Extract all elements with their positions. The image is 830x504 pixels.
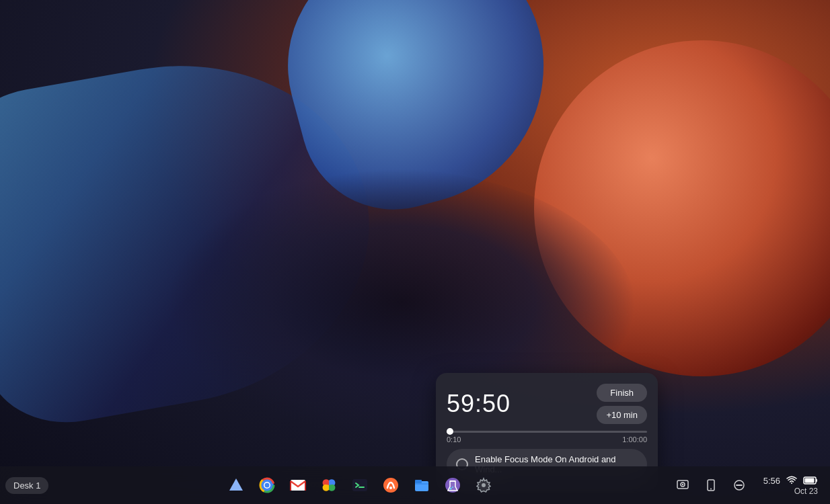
finish-button[interactable]: Finish	[597, 384, 647, 402]
timer-display: 59:50	[447, 390, 511, 418]
timer-action-buttons: Finish +10 min	[597, 384, 647, 424]
svg-rect-12	[415, 480, 422, 483]
app-icon-settings[interactable]	[469, 470, 498, 500]
svg-point-14	[449, 488, 451, 490]
svg-point-22	[710, 489, 712, 490]
app-icon-band[interactable]	[376, 470, 406, 500]
timer-progress-thumb	[447, 428, 453, 435]
app-icon-science[interactable]	[438, 470, 467, 500]
svg-point-15	[452, 487, 453, 488]
do-not-disturb-icon[interactable]	[727, 473, 751, 497]
wifi-icon	[786, 474, 798, 487]
svg-point-10	[389, 487, 392, 489]
svg-marker-0	[229, 478, 243, 491]
clock-time: 5:56	[763, 476, 780, 486]
app-icon-files[interactable]	[407, 470, 437, 500]
taskbar-apps	[48, 470, 670, 500]
timer-labels: 0:10 1:00:00	[447, 435, 647, 444]
app-icon-photos[interactable]	[314, 470, 344, 500]
taskbar-left: Desk 1	[5, 477, 48, 494]
wallpaper	[0, 0, 830, 504]
extra-tray-icons	[671, 473, 751, 497]
clock-date: Oct 23	[794, 487, 818, 496]
svg-rect-7	[291, 480, 305, 491]
timer-progress-track	[447, 431, 647, 433]
app-icon-terminal[interactable]	[345, 470, 375, 500]
svg-rect-16	[450, 480, 455, 482]
svg-rect-27	[805, 478, 815, 483]
app-icon-gmail[interactable]	[283, 470, 313, 500]
screen-capture-icon[interactable]	[671, 473, 695, 497]
taskbar: Desk 1	[0, 466, 830, 504]
datetime-area[interactable]: 5:56 Oct 23	[757, 472, 825, 499]
timer-progress-container[interactable]	[447, 431, 647, 433]
taskbar-right: 5:56 Oct 23	[671, 472, 825, 499]
svg-point-6	[264, 483, 269, 488]
app-icon-chrome[interactable]	[252, 470, 282, 500]
timer-label-end: 1:00:00	[622, 435, 647, 444]
battery-icon	[803, 476, 818, 485]
svg-rect-8	[352, 479, 367, 491]
desk-indicator[interactable]: Desk 1	[5, 477, 48, 494]
svg-point-9	[383, 478, 398, 493]
app-icon-launcher[interactable]	[221, 470, 251, 500]
phone-hub-icon[interactable]	[699, 473, 723, 497]
svg-point-20	[681, 484, 683, 485]
add-time-button[interactable]: +10 min	[597, 406, 647, 424]
timer-label-start: 0:10	[447, 435, 461, 444]
svg-rect-26	[816, 479, 817, 482]
